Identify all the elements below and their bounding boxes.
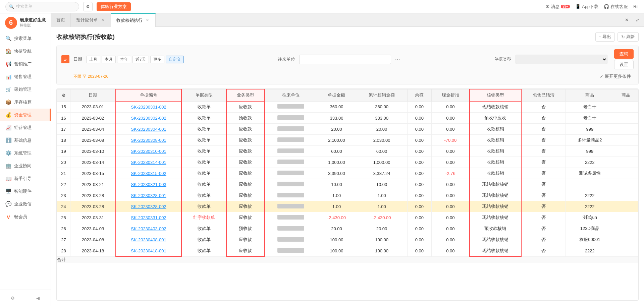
td-no: 17 [57,124,70,135]
table-row: 162023-03-02SK-20230302-002收款单预收款333.003… [57,113,638,124]
sidebar-item-search[interactable]: 🔍 搜索菜单 [0,32,51,45]
tab-payable[interactable]: 预计应付单 ✕ [71,13,111,27]
user-item[interactable]: Rit [633,4,639,9]
bill-link[interactable]: SK-20230310-001 [131,149,166,154]
footer-writetype [470,256,521,263]
expand-conditions-button[interactable]: ✓ 展开更多条件 [597,72,634,81]
td-billtype: 红字收款单 [181,212,226,223]
app-label: App下载 [582,4,598,10]
td-cumwrite: 60.00 [356,146,407,157]
tab-collection-close[interactable]: ✕ [145,18,150,23]
sidebar-item-purchase[interactable]: 🛒 采购管理 [0,83,51,96]
table-row: 152023-03-01SK-20230301-002收款单应收款360.003… [57,101,638,113]
partner-input[interactable] [299,55,391,64]
bill-link[interactable]: SK-20230301-002 [131,105,166,110]
td-billno[interactable]: SK-20230328-002 [116,201,181,212]
settings-bottom-icon[interactable]: ⚙ [7,293,18,303]
bill-link[interactable]: SK-20230304-001 [131,127,166,132]
bill-link[interactable]: SK-20230302-002 [131,116,166,121]
search-bar[interactable]: 🔍 搜索菜单 [5,2,79,11]
th-balance: 余额 [407,89,431,101]
sidebar-item-quicknav[interactable]: 🏠 快捷导航 [0,45,51,58]
table-row: 252023-03-31SK-20230331-002红字收款单应收款-2,43… [57,212,638,223]
td-billno[interactable]: SK-20230308-001 [116,135,181,146]
sidebar-item-operations[interactable]: 📈 经营管理 [0,121,51,134]
export-button[interactable]: ↑ 导出 [595,32,615,42]
td-billno[interactable]: SK-20230310-001 [116,146,181,157]
th-settings[interactable]: ⚙ [57,89,70,101]
td-writetype: 收款核销 [470,146,521,157]
bill-link[interactable]: SK-20230321-003 [131,182,166,187]
bill-link[interactable]: SK-20230403-002 [131,226,166,231]
sidebar-label-hardware: 智能硬件 [14,188,32,194]
service-item[interactable]: 🎧 在线客服 [604,4,628,10]
td-billno[interactable]: SK-20230315-002 [116,168,181,179]
td-billno[interactable]: SK-20230408-001 [116,234,181,245]
tab-maximize[interactable]: ⤢ [633,16,641,24]
tab-home[interactable]: 首页 [51,13,71,27]
date-btn-thismonth[interactable]: 本月 [102,56,116,63]
bill-link[interactable]: SK-20230308-001 [131,138,166,143]
sidebar-item-basic[interactable]: ℹ️ 基础信息 [0,134,51,147]
query-button[interactable]: 查询 [614,49,634,59]
sidebar-item-inventory[interactable]: 📦 库存核算 [0,96,51,109]
date-btn-more[interactable]: 更多 [150,56,164,63]
message-item[interactable]: ✉ 消息 99+ [546,4,570,10]
tab-payable-close[interactable]: ✕ [100,17,105,23]
td-billno[interactable]: SK-20230331-002 [116,212,181,223]
settings-button[interactable]: ⚙ [83,2,93,11]
sidebar-item-corp[interactable]: 🏢 企业协同 [0,160,51,172]
td-billno[interactable]: SK-20230321-003 [116,179,181,190]
sidebar-item-guide[interactable]: 📖 新手引导 [0,172,51,185]
sidebar-item-sales[interactable]: 📊 销售管理 [0,70,51,83]
partner-dots[interactable]: ··· [395,56,400,63]
td-billno[interactable]: SK-20230314-001 [116,157,181,168]
date-btn-7days[interactable]: 近7天 [132,56,149,63]
sidebar-item-marketing[interactable]: 📢 营销推广 [0,58,51,70]
td-biztype: 应收款 [226,157,265,168]
td-incclosed: 否 [521,245,566,257]
td-date: 2023-03-04 [70,124,116,135]
date-btn-thisyear[interactable]: 本年 [117,56,131,63]
industry-button[interactable]: 体验行业方案 [97,2,131,11]
bill-link[interactable]: SK-20230328-002 [131,204,166,209]
refresh-button[interactable]: ↻ 刷新 [618,32,639,42]
sidebar-item-member[interactable]: V 畅会员 [0,210,51,223]
bill-link[interactable]: SK-20230331-002 [131,215,166,220]
content-area: 首页 预计应付单 ✕ 收款核销执行 ✕ ✕ ⤢ 收款核 [51,13,644,306]
tab-collection[interactable]: 收款核销执行 ✕ [111,13,156,27]
bill-type-select[interactable] [516,55,607,64]
sidebar-logo: 6 畅康道好生意 标推版 [0,13,51,32]
sidebar-item-wechat[interactable]: 💬 企业微信 [0,198,51,210]
td-billno[interactable]: SK-20230418-001 [116,245,181,257]
filter-toggle[interactable]: » [61,55,69,63]
td-billno[interactable]: SK-20230403-002 [116,223,181,234]
date-btn-lastmonth[interactable]: 上月 [86,56,100,63]
td-goods2 [614,101,638,113]
td-writetype: 现结收款核销 [470,245,521,257]
bill-link[interactable]: SK-20230408-001 [131,237,166,242]
td-goods2 [614,135,638,146]
td-billno[interactable]: SK-20230328-001 [116,190,181,201]
bill-link[interactable]: SK-20230314-001 [131,160,166,165]
footer-label: 合计 [57,256,116,263]
td-partner [265,201,317,212]
sidebar-item-hardware[interactable]: 🖥️ 智能硬件 [0,185,51,198]
bill-link[interactable]: SK-20230418-001 [131,248,166,253]
app-download-item[interactable]: 📱 App下载 [575,4,598,10]
td-billno[interactable]: SK-20230301-002 [116,101,181,113]
td-billno[interactable]: SK-20230302-002 [116,113,181,124]
td-partner [265,245,317,257]
phone-icon: 📱 [575,4,581,9]
date-btn-custom[interactable]: 自定义 [166,56,184,63]
settings-button-filter[interactable]: 设置 [614,60,634,69]
td-billno[interactable]: SK-20230304-001 [116,124,181,135]
sidebar-item-finance[interactable]: 💰 资金管理 [0,109,51,121]
tab-close-all[interactable]: ✕ [623,16,631,24]
bill-link[interactable]: SK-20230328-001 [131,193,166,198]
bill-link[interactable]: SK-20230315-002 [131,171,166,176]
sidebar-item-system[interactable]: ⚙️ 系统管理 [0,147,51,160]
td-no: 23 [57,190,70,201]
td-goods2 [614,168,638,179]
collapse-icon[interactable]: ◀ [33,293,43,303]
